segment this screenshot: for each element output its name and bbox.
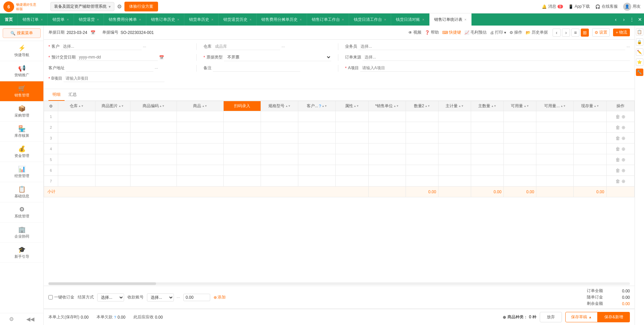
sidebar-item-finance[interactable]: 💰 资金管理 bbox=[0, 142, 43, 162]
right-panel-btn-2[interactable]: 🔒 bbox=[636, 38, 643, 46]
th-scan-input[interactable]: 扫码录入 bbox=[224, 101, 261, 111]
tab-close-icon[interactable]: × bbox=[139, 17, 141, 22]
sort-icon[interactable]: ▲▼ bbox=[78, 105, 84, 108]
account-more-btn[interactable]: ··· bbox=[177, 295, 180, 300]
user-area[interactable]: 👤 用友 bbox=[623, 3, 641, 11]
sidebar-item-inventory[interactable]: 🏪 库存核算 bbox=[0, 122, 43, 142]
sidebar-item-operations[interactable]: 📊 经营管理 bbox=[0, 162, 43, 182]
sidebar-item-enterprise[interactable]: 🏢 企业协同 bbox=[0, 222, 43, 243]
horizontal-scrollbar[interactable] bbox=[48, 282, 630, 285]
sort-icon[interactable]: ▲▼ bbox=[285, 105, 291, 108]
help-icon[interactable]: ? bbox=[319, 104, 321, 109]
list-view-btn[interactable]: ≡ bbox=[571, 29, 579, 37]
row-2-sales-unit[interactable] bbox=[368, 122, 406, 133]
row-1-quantity2[interactable] bbox=[406, 111, 438, 122]
row-2-product-name[interactable] bbox=[177, 122, 224, 133]
tab-home[interactable]: 首页 bbox=[0, 13, 18, 26]
grid-view-btn[interactable]: ⊞ bbox=[581, 29, 589, 37]
payment-amount-input[interactable] bbox=[183, 294, 210, 301]
copy-icon[interactable]: ⊕ bbox=[621, 168, 626, 173]
sidebar-item-guide[interactable]: 🎓 新手引导 bbox=[0, 243, 43, 263]
row-1-main-unit[interactable] bbox=[438, 111, 471, 122]
account-select[interactable]: 选择... bbox=[147, 293, 174, 301]
scrollbar-thumb[interactable] bbox=[48, 282, 156, 285]
salesperson-input[interactable] bbox=[358, 43, 625, 50]
tab-prev-button[interactable]: ‹ bbox=[612, 13, 620, 26]
order-source-input[interactable] bbox=[363, 54, 630, 61]
row-2-main-unit[interactable] bbox=[438, 122, 471, 133]
copy-icon[interactable]: ⊕ bbox=[621, 114, 626, 119]
tab-close-all-button[interactable]: ✕ bbox=[636, 13, 644, 26]
row-1-current-stock[interactable] bbox=[574, 111, 606, 122]
tab-close-icon[interactable]: × bbox=[422, 17, 424, 22]
tab-sales-workbench[interactable]: 销售订单工作台 × bbox=[307, 13, 349, 26]
tab-close-icon[interactable]: × bbox=[250, 17, 252, 22]
tab-close-icon[interactable]: × bbox=[384, 17, 386, 22]
tab-sales-fee-split[interactable]: 销售费用分摊单 × bbox=[104, 13, 146, 26]
tab-sales-order-summary[interactable]: 销售订单统计表 × bbox=[429, 13, 471, 26]
remark-input[interactable] bbox=[213, 65, 300, 72]
sidebar-item-purchase[interactable]: 📦 采购管理 bbox=[0, 101, 43, 122]
tab-cash-daily-account[interactable]: 钱货日清对账 × bbox=[391, 13, 429, 26]
row-3-warehouse[interactable] bbox=[58, 133, 95, 144]
sort-icon[interactable]: ▲▼ bbox=[560, 105, 566, 108]
row-2-product-image[interactable] bbox=[95, 122, 130, 133]
row-2-product-code[interactable] bbox=[130, 122, 177, 133]
tab-close-icon[interactable]: × bbox=[177, 17, 179, 22]
row-2-available-qty2[interactable] bbox=[536, 122, 574, 133]
row-2-scan-input[interactable] bbox=[224, 122, 261, 133]
operation-btn[interactable]: ⚙ 操作 bbox=[509, 30, 522, 35]
search-menu-button[interactable]: 🔍 搜索菜单 bbox=[3, 28, 41, 38]
tab-menu-button[interactable]: ⋮ bbox=[628, 13, 636, 26]
system-selector[interactable]: 装备及固定资产辅助管理系统 ▾ bbox=[50, 2, 114, 11]
sidebar-collapse-button[interactable]: ◀◀ bbox=[26, 316, 34, 322]
copy-icon[interactable]: ⊕ bbox=[621, 146, 626, 152]
sort-icon[interactable]: ▲▼ bbox=[425, 105, 430, 108]
delete-icon[interactable]: 🗑 bbox=[615, 178, 620, 184]
row-2-main-quantity[interactable] bbox=[471, 122, 504, 133]
app-download-button[interactable]: 📱 App下载 bbox=[568, 4, 590, 9]
row-2-available-qty[interactable] bbox=[504, 122, 536, 133]
row-2-warehouse[interactable] bbox=[58, 122, 95, 133]
row-2-current-stock[interactable] bbox=[574, 122, 606, 133]
date-picker-icon[interactable]: 📅 bbox=[159, 55, 164, 60]
sort-icon[interactable]: ▲▼ bbox=[524, 105, 529, 108]
delete-icon[interactable]: 🗑 bbox=[615, 168, 620, 173]
right-panel-btn-5[interactable]: 🔧 bbox=[636, 69, 643, 76]
delete-icon[interactable]: 🗑 bbox=[615, 146, 620, 152]
sidebar-item-quick-nav[interactable]: ⚡ 快捷导航 bbox=[0, 41, 43, 61]
delete-icon[interactable]: 🗑 bbox=[615, 125, 620, 130]
discard-button[interactable]: 放弃 bbox=[540, 312, 562, 322]
tab-close-icon[interactable]: × bbox=[211, 17, 213, 22]
row-1-product-code[interactable] bbox=[130, 111, 177, 122]
tab-close-icon[interactable]: × bbox=[300, 17, 302, 22]
profit-btn[interactable]: 📈 毛利预估 bbox=[464, 30, 487, 35]
sidebar-item-system[interactable]: ⚙ 系统管理 bbox=[0, 202, 43, 222]
next-record-btn[interactable]: › bbox=[562, 29, 570, 37]
sort-icon[interactable]: ▲▼ bbox=[202, 105, 207, 108]
right-panel-btn-4[interactable]: ⭐ bbox=[636, 58, 643, 66]
sort-icon[interactable]: ▲▼ bbox=[118, 105, 124, 108]
payment-method-select[interactable]: 选择... bbox=[97, 293, 124, 301]
industry-button[interactable]: 体验行业方案 bbox=[124, 2, 158, 11]
right-panel-btn-1[interactable]: 📋 bbox=[636, 28, 643, 36]
save-new-button[interactable]: 保存&新增 bbox=[598, 312, 630, 322]
add-logistics-button[interactable]: + 物流 bbox=[613, 29, 630, 36]
settings-button[interactable]: ⚙ 设置 bbox=[592, 28, 610, 37]
customer-input[interactable] bbox=[61, 43, 142, 50]
sort-icon[interactable]: ▲▼ bbox=[491, 105, 496, 108]
tab-close-icon[interactable]: × bbox=[342, 17, 344, 22]
customer-address-input[interactable] bbox=[66, 65, 153, 72]
row-1-spec-model[interactable] bbox=[261, 111, 298, 122]
tab-close-icon[interactable]: × bbox=[464, 17, 466, 22]
row-2-attributes[interactable] bbox=[336, 122, 368, 133]
shortcut-btn[interactable]: ⌨ 快捷键 bbox=[442, 30, 461, 35]
tab-summary[interactable]: 汇总 bbox=[65, 89, 81, 101]
b-project-input[interactable] bbox=[64, 75, 164, 82]
address-more-btn[interactable]: ··· bbox=[155, 66, 158, 71]
tab-sales-order-history[interactable]: 销售订单历史 × bbox=[146, 13, 184, 26]
row-1-scan-input[interactable] bbox=[224, 111, 261, 122]
tab-cash-daily-clear[interactable]: 钱货日清工作台 × bbox=[349, 13, 391, 26]
help-icon-small[interactable]: ? bbox=[114, 315, 116, 319]
history-btn[interactable]: 📂 历史单据 bbox=[526, 30, 548, 35]
